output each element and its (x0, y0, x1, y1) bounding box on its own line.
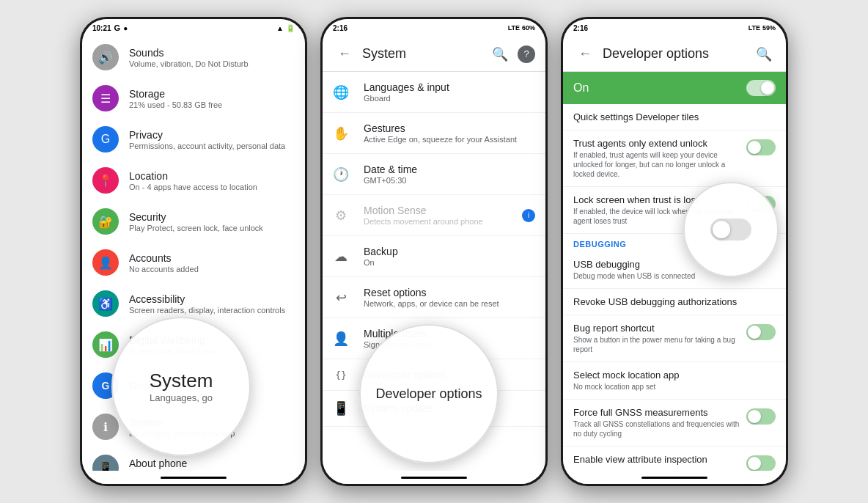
security-title: Security (129, 211, 295, 223)
view-attr-toggle[interactable] (746, 455, 776, 471)
help-button-2[interactable]: ? (518, 45, 535, 63)
system-update-icon: 📱 (333, 400, 349, 416)
magnifier-sub-1: Languages, go (150, 392, 213, 403)
menu-backup[interactable]: ☁ Backup On (323, 236, 545, 277)
dev-setting-revoke[interactable]: Revoke USB debugging authorizations (563, 289, 786, 315)
settings-item-sounds[interactable]: 🔊 Sounds Volume, vibration, Do Not Distu… (82, 37, 305, 78)
bottom-bar-1 (161, 477, 227, 479)
gnss-toggle-thumb (748, 410, 761, 423)
settings-item-privacy[interactable]: G Privacy Permissions, account activity,… (82, 119, 305, 160)
toggle-thumb-on (761, 81, 774, 95)
dev-setting-bug-text: Bug report shortcut Show a button in the… (573, 323, 740, 354)
datetime-title: Date & time (364, 164, 535, 175)
bottom-bar-3 (641, 477, 707, 479)
reset-text: Reset options Network, apps, or device c… (364, 287, 535, 308)
magnifier-3 (683, 182, 779, 277)
time-2: 2:16 (333, 24, 347, 32)
gestures-text: Gestures Active Edge on, squeeze for you… (364, 122, 535, 144)
status-left-1: 10:21 G ● (92, 23, 128, 32)
dev-setting-gnss-title: Force full GNSS measurements (573, 407, 740, 418)
menu-reset[interactable]: ↩ Reset options Network, apps, or device… (323, 277, 545, 318)
google-icon-1: G (114, 23, 121, 32)
dev-setting-revoke-title: Revoke USB debugging authorizations (573, 296, 776, 307)
privacy-icon: G (92, 126, 119, 153)
location-icon: 📍 (92, 167, 119, 194)
status-bar-2: 2:16 LTE 60% (323, 19, 545, 37)
dev-setting-mock-title: Select mock location app (573, 370, 776, 381)
storage-title: Storage (129, 88, 295, 100)
dev-setting-gnss[interactable]: Force full GNSS measurements Track all G… (563, 400, 786, 447)
accessibility-subtitle: Screen readers, display, interaction con… (129, 306, 295, 315)
privacy-title: Privacy (129, 129, 295, 141)
battery-3: 59% (762, 24, 776, 32)
usb-toggle-magnified[interactable] (710, 219, 751, 241)
motion-subtitle: Detects movement around phone (364, 217, 507, 226)
dev-setting-revoke-text: Revoke USB debugging authorizations (573, 296, 776, 307)
settings-item-location[interactable]: 📍 Location On - 4 apps have access to lo… (82, 160, 305, 201)
trust-toggle[interactable] (746, 139, 776, 155)
sounds-title: Sounds (129, 47, 295, 59)
dev-setting-view-attr-text: Enable view attribute inspection (573, 454, 740, 465)
wifi-icon-1: ▲ (276, 24, 284, 32)
menu-languages[interactable]: 🌐 Languages & input Gboard (323, 72, 545, 113)
settings-item-storage[interactable]: ☰ Storage 21% used - 50.83 GB free (82, 78, 305, 119)
backup-text: Backup On (364, 246, 535, 267)
back-button-3[interactable]: ← (573, 43, 597, 66)
gestures-subtitle: Active Edge on, squeeze for your Assista… (364, 135, 535, 144)
dev-setting-trust-title: Trust agents only extend unlock (573, 138, 740, 149)
digital-icon: 📊 (92, 331, 119, 358)
storage-text: Storage 21% used - 50.83 GB free (129, 88, 295, 109)
search-button-2[interactable]: 🔍 (488, 43, 512, 66)
backup-title: Backup (364, 246, 535, 257)
signal-icon-1: ● (123, 24, 128, 32)
sounds-subtitle: Volume, vibration, Do Not Disturb (129, 59, 295, 68)
menu-screen-2: 🌐 Languages & input Gboard ✋ Gestures Ac… (323, 72, 545, 471)
menu-gestures[interactable]: ✋ Gestures Active Edge on, squeeze for y… (323, 113, 545, 154)
storage-icon: ☰ (92, 85, 119, 111)
bug-toggle[interactable] (746, 324, 776, 340)
datetime-text: Date & time GMT+05:30 (364, 164, 535, 185)
usb-toggle-magnified-thumb (713, 221, 730, 238)
dev-options-screen: On Quick settings Developer tiles Trust … (563, 72, 786, 471)
gestures-icon: ✋ (333, 125, 349, 142)
status-right-1: ▲ 🔋 (276, 24, 295, 32)
dev-setting-trust[interactable]: Trust agents only extend unlock If enabl… (563, 131, 786, 187)
dev-on-toggle[interactable] (746, 80, 776, 96)
settings-item-accounts[interactable]: 👤 Accounts No accounts added (82, 242, 305, 283)
dev-setting-trust-subtitle: If enabled, trust agents will keep your … (573, 150, 740, 179)
menu-datetime[interactable]: 🕐 Date & time GMT+05:30 (323, 154, 545, 195)
dev-setting-view-attr-title: Enable view attribute inspection (573, 454, 740, 465)
battery-2: 60% (522, 24, 535, 32)
dev-setting-quick[interactable]: Quick settings Developer tiles (563, 104, 786, 131)
dev-setting-quick-text: Quick settings Developer tiles (573, 111, 776, 122)
dev-on-bar[interactable]: On (563, 72, 786, 104)
bug-toggle-thumb (748, 326, 761, 339)
dev-setting-bug[interactable]: Bug report shortcut Show a button in the… (563, 315, 786, 362)
location-subtitle: On - 4 apps have access to location (129, 183, 295, 191)
settings-item-security[interactable]: 🔐 Security Play Protect, screen lock, fa… (82, 201, 305, 242)
sounds-icon: 🔊 (92, 44, 119, 70)
phone-2: 2:16 LTE 60% ← System 🔍 ? 🌐 Languages & … (320, 17, 548, 486)
dev-setting-view-attr[interactable]: Enable view attribute inspection (563, 447, 786, 471)
gnss-toggle[interactable] (746, 408, 776, 425)
accounts-icon: 👤 (92, 249, 119, 276)
back-button-2[interactable]: ← (333, 43, 356, 66)
dev-setting-mock-subtitle: No mock location app set (573, 382, 776, 392)
trust-toggle-thumb (748, 141, 761, 154)
about-title: About phone (129, 458, 295, 469)
storage-subtitle: 21% used - 50.83 GB free (129, 100, 295, 109)
motion-badge: i (522, 209, 535, 222)
menu-motion[interactable]: ⚙ Motion Sense Detects movement around p… (323, 195, 545, 236)
phone-1: 10:21 G ● ▲ 🔋 🔊 Sounds Volume, vibration… (80, 17, 307, 486)
dev-on-label: On (573, 81, 589, 95)
dev-setting-gnss-text: Force full GNSS measurements Track all G… (573, 407, 740, 438)
sounds-text: Sounds Volume, vibration, Do Not Disturb (129, 47, 295, 68)
about-subtitle: Pixel 4 XL (129, 470, 295, 471)
security-text: Security Play Protect, screen lock, face… (129, 211, 295, 232)
search-button-3[interactable]: 🔍 (752, 43, 776, 66)
dev-setting-mock[interactable]: Select mock location app No mock locatio… (563, 362, 786, 400)
phone-3: 2:16 LTE 59% ← Developer options 🔍 On Qu… (561, 17, 788, 486)
accounts-subtitle: No accounts added (129, 265, 295, 273)
languages-text: Languages & input Gboard (364, 81, 535, 103)
app-bar-3: ← Developer options 🔍 (563, 37, 786, 72)
